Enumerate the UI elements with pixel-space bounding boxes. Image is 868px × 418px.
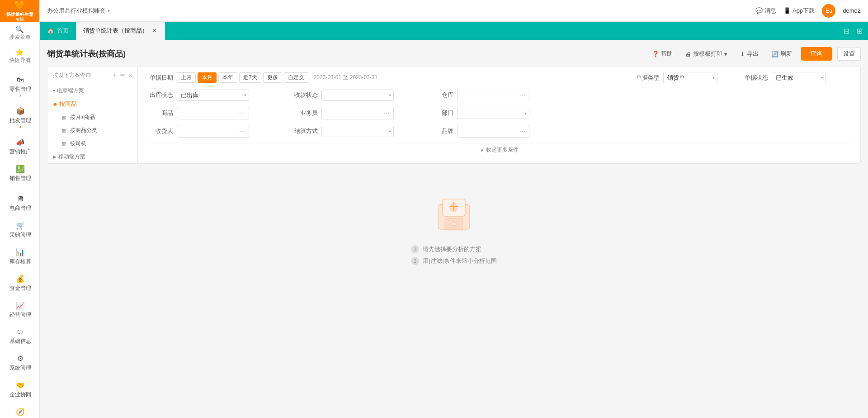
app-download-icon: 📱 <box>783 7 791 14</box>
receiver-input[interactable]: ··· <box>177 125 249 138</box>
doc-type-select-wrapper: 销货单 <box>663 72 717 83</box>
salesperson-input[interactable]: ··· <box>321 107 394 119</box>
logo-sub: 标版 <box>16 17 24 23</box>
page-title: 销货单统计表(按商品) <box>47 48 126 59</box>
refresh-btn[interactable]: 🔄 刷新 <box>768 48 796 60</box>
sub-tree-item-month[interactable]: ▦ 按月+商品 <box>47 111 137 124</box>
sidebar-item-system[interactable]: ⚙ 系统管理 <box>0 350 39 376</box>
mobile-expand-arrow[interactable]: ▶ <box>53 154 57 159</box>
tab-fullscreen-btn[interactable]: ⊞ <box>855 25 864 37</box>
warehouse-input[interactable]: ··· <box>457 89 529 101</box>
print-btn[interactable]: 🖨 按模板打印 ▾ <box>682 48 731 60</box>
header-right: 💬 消息 📱 App下载 Ea demo2 <box>755 4 861 18</box>
driver-label: 按司机 <box>70 140 86 147</box>
user-avatar-text: Ea <box>826 8 832 14</box>
sub-tree-item-category[interactable]: ▦ 按商品分类 <box>47 124 137 137</box>
sidebar-item-wholesale[interactable]: 📦 批发管理 ▴ <box>0 102 39 133</box>
sidebar-item-ecommerce[interactable]: 🖥 电商管理 <box>0 190 39 217</box>
settings-btn[interactable]: 设置 <box>837 47 861 61</box>
receiver-label: 收货人 <box>145 127 177 135</box>
help-btn[interactable]: ❓ 帮助 <box>648 48 676 60</box>
out-status-select[interactable]: 已出库 <box>177 90 249 101</box>
logo-icon: 🧡 <box>14 0 25 11</box>
department-label: 部门 <box>439 109 457 117</box>
message-btn[interactable]: 💬 消息 <box>755 7 776 15</box>
tree-category-mobile: ▶ 移动端方案 <box>47 150 137 163</box>
edit-scheme-btn[interactable]: ✏ <box>120 71 126 79</box>
tree-item-product[interactable]: ● 按商品 <box>47 97 137 111</box>
tab-home[interactable]: 🏠 首页 <box>40 22 76 40</box>
tab-report[interactable]: 销货单统计表（按商品） ✕ <box>76 22 165 40</box>
date-label: 单据日期 <box>145 74 177 82</box>
doc-type-select[interactable]: 销货单 <box>663 72 717 83</box>
page-title-bar: 销货单统计表(按商品) ❓ 帮助 🖨 按模板打印 ▾ ⬇ 导出 🔄 刷新 <box>47 47 861 61</box>
tab-minimize-btn[interactable]: ⊟ <box>842 25 851 37</box>
last7-btn[interactable]: 近7天 <box>239 72 261 83</box>
payment-select[interactable] <box>321 126 394 137</box>
last-month-btn[interactable]: 上月 <box>177 72 196 83</box>
this-month-btn[interactable]: 本月 <box>198 72 217 83</box>
ecommerce-icon: 🖥 <box>17 195 24 203</box>
empty-illustration <box>427 191 481 236</box>
sidebar-item-operation[interactable]: 📈 经营管理 <box>0 297 39 323</box>
sidebar-item-sales[interactable]: 💹 销售管理 <box>0 160 39 187</box>
sidebar-item-inventory[interactable]: 📊 库存核算 <box>0 243 39 270</box>
sidebar-item-retail[interactable]: 🛍 零售管理 ▾ <box>0 71 39 102</box>
app-download-btn[interactable]: 📱 App下载 <box>783 7 815 15</box>
category-icon: ▦ <box>60 127 67 134</box>
print-expand: ▾ <box>724 51 727 57</box>
export-btn[interactable]: ⬇ 导出 <box>736 48 762 60</box>
receive-status-select[interactable] <box>321 90 394 101</box>
sidebar-item-finance[interactable]: 💰 资金管理 <box>0 270 39 297</box>
doc-status-select[interactable]: 已生效 <box>772 72 826 83</box>
brand-input[interactable]: ··· <box>457 125 529 138</box>
salesperson-control: ··· <box>321 107 421 119</box>
tip-num-2: 2 <box>411 257 419 265</box>
message-icon: 💬 <box>755 7 763 14</box>
export-label: 导出 <box>747 50 759 58</box>
filter-row-2: 出库状态 已出库 收款状态 <box>145 89 853 101</box>
query-btn[interactable]: 查询 <box>801 47 832 61</box>
home-icon: 🏠 <box>47 28 54 34</box>
app-selector[interactable]: 办公用品行业模拟账套 ▾ <box>47 7 110 15</box>
receive-status-control <box>321 90 421 101</box>
sidebar-item-marketing[interactable]: 📣 营销推广 <box>0 133 39 160</box>
sidebar-item-basic[interactable]: 🗂 基础信息 <box>0 323 39 350</box>
goods-control: ··· <box>177 107 276 119</box>
mobile-category-label: 移动端方案 <box>58 153 85 161</box>
department-select[interactable] <box>457 108 529 119</box>
pc-category-label: 电脑端方案 <box>57 87 84 95</box>
search-menu-item[interactable]: 🔍 搜索菜单 <box>0 22 39 45</box>
add-scheme-btn[interactable]: ＋ <box>111 71 118 79</box>
product-item-label: 按商品 <box>59 100 77 108</box>
out-status-control: 已出库 <box>177 90 276 101</box>
pc-expand-arrow[interactable]: ▾ <box>53 88 55 93</box>
more-btn[interactable]: 更多 <box>263 72 282 83</box>
user-avatar[interactable]: Ea <box>822 4 835 18</box>
department-control <box>457 108 853 119</box>
tab-report-close[interactable]: ✕ <box>151 27 158 34</box>
custom-btn[interactable]: 自定义 <box>284 72 308 83</box>
left-panel-title: 按以下方案查询 <box>53 71 91 79</box>
department-select-wrapper <box>457 108 529 119</box>
left-panel: 按以下方案查询 ＋ ✏ « ▾ 电脑端方案 ● 按商品 <box>47 66 138 163</box>
category-label: 按商品分类 <box>70 127 97 134</box>
left-panel-header-actions: ＋ ✏ « <box>111 71 132 79</box>
collapse-btn[interactable]: ∧ 收起更多条件 <box>145 143 853 157</box>
sidebar-item-cooperation[interactable]: 🤝 企业协同 <box>0 376 39 403</box>
sales-icon: 💹 <box>16 165 25 173</box>
top-header: 办公用品行业模拟账套 ▾ 💬 消息 📱 App下载 Ea demo2 <box>40 0 868 22</box>
this-year-btn[interactable]: 本年 <box>218 72 237 83</box>
goods-input[interactable]: ··· <box>177 107 249 119</box>
app-logo: 🧡 畅捷通好生意 标版 <box>0 0 39 22</box>
payment-label: 结算方式 <box>294 127 321 135</box>
collapse-panel-btn[interactable]: « <box>128 71 132 79</box>
quick-nav-item[interactable]: ⭐ 快捷导航 <box>0 45 39 68</box>
doc-type-label: 单据类型 <box>636 74 663 82</box>
sidebar-item-guide[interactable]: 🧭 新手引导 <box>0 403 39 418</box>
receiver-dots: ··· <box>239 127 245 135</box>
sidebar: 🧡 畅捷通好生意 标版 🔍 搜索菜单 ⭐ 快捷导航 🛍 零售管理 ▾ 📦 批发管… <box>0 0 40 418</box>
purchase-label: 采购管理 <box>9 231 31 239</box>
sub-tree-item-driver[interactable]: ▦ 按司机 <box>47 137 137 150</box>
sidebar-item-purchase[interactable]: 🛒 采购管理 <box>0 217 39 243</box>
